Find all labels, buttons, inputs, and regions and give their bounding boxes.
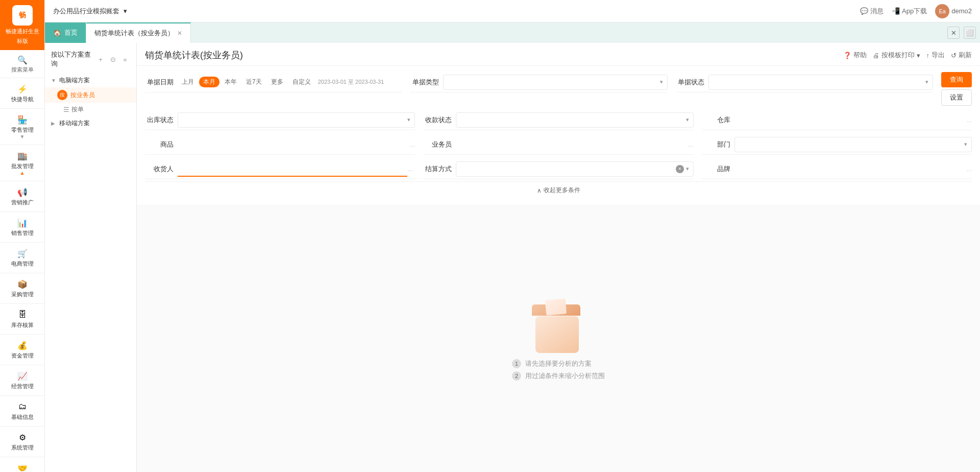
sidebar-item-inventory[interactable]: 🗄 库存核算 [0,304,44,335]
right-panel: 销货单统计表(按业务员) ❓ 帮助 🖨 按模板打印 ▾ ↑ 导出 [137,43,980,472]
date-range-text: 2023-03-01 至 2023-03-31 [318,78,384,86]
sidebar-search[interactable]: 🔍 搜索菜单 [0,50,44,78]
app-download-label: App下载 [902,7,927,16]
sidebar-item-purchase[interactable]: 📦 采购管理 [0,273,44,304]
template-print-btn[interactable]: 🖨 按模板打印 ▾ [873,51,920,60]
user-profile-btn[interactable]: Ea demo2 [935,4,972,18]
logo-text: 畅捷通好生意 [6,28,39,35]
sidebar-item-base[interactable]: 🗂 基础信息 [0,396,44,427]
date-tab-7days[interactable]: 近7天 [242,77,266,87]
date-tab-this-month[interactable]: 本月 [199,77,219,87]
tree-expand-arrow: ▼ [51,78,57,83]
consignee-input[interactable] [178,161,407,177]
settings-btn[interactable]: 设置 [941,89,972,106]
sidebar-item-marketing[interactable]: 📢 营销推广 [0,181,44,212]
sidebar-item-operations[interactable]: 📈 经营管理 [0,365,44,396]
marketing-icon: 📢 [17,186,28,198]
box-paper [545,298,567,315]
brand-cell: 品牌 ... [702,159,972,179]
doc-status-label: 单据状态 [676,78,704,87]
sidebar-item-quick-nav[interactable]: ⚡ 快捷导航 [0,78,44,109]
payment-status-label: 收款状态 [423,115,452,125]
sidebar-item-sales[interactable]: 📊 销售管理 [0,212,44,243]
tab-maximize-btn[interactable]: ⬜ [964,27,976,39]
tab-sales-stat[interactable]: 销货单统计表（按业务员） ✕ [86,22,191,43]
tree-item-mobile[interactable]: ▶ 移动端方案 [45,116,136,130]
left-panel-actions: + ⊙ « [95,54,130,64]
filter-area: 单据日期 上月 本月 本年 近7天 更多 自定义 2023-03-01 至 20… [137,66,980,205]
doc-status-select[interactable]: ▾ [708,75,933,90]
query-btn[interactable]: 查询 [941,72,972,87]
settlement-clear-btn[interactable]: × [676,165,684,173]
tab-home[interactable]: 🏠 首页 [45,22,86,43]
goods-input[interactable]: ... [178,140,415,148]
scheme-settings-btn[interactable]: ⊙ [108,54,118,64]
payment-status-select[interactable]: ▾ [456,112,693,128]
brand-input[interactable]: ... [734,165,972,173]
tab-sales-stat-label: 销货单统计表（按业务员） [94,29,174,38]
avatar: Ea [935,4,949,18]
date-tab-custom[interactable]: 自定义 [288,77,315,87]
sidebar-item-finance[interactable]: 💰 资金管理 [0,335,44,365]
doc-type-arrow: ▾ [660,79,663,85]
logo-version: 标版 [17,37,28,45]
date-tab-more[interactable]: 更多 [267,77,287,87]
topbar: 办公用品行业模拟账套 ▾ 💬 消息 📲 App下载 Ea demo2 [45,0,980,22]
warehouse-input[interactable]: ... [734,116,972,124]
print-icon: 🖨 [873,52,879,59]
sidebar-item-retail[interactable]: 🏪 零售管理 ▼ [0,109,44,145]
salesperson-input[interactable]: ... [456,140,693,148]
finance-label: 资金管理 [11,352,34,360]
tab-close-btn[interactable]: ✕ [177,30,182,37]
tree-sub-item-by-order[interactable]: ☰ 按单 [45,103,136,116]
page-actions: ❓ 帮助 🖨 按模板打印 ▾ ↑ 导出 ↺ 刷新 [843,51,972,60]
settlement-cell: 结算方式 × ▾ [423,159,693,179]
settlement-select[interactable]: × ▾ [456,161,693,177]
doc-status-arrow: ▾ [925,79,928,85]
app-download-btn[interactable]: 📲 App下载 [892,7,927,16]
department-select[interactable]: ▾ [734,137,972,152]
date-tab-this-year[interactable]: 本年 [220,77,241,87]
sidebar-item-ecommerce[interactable]: 🛒 电商管理 [0,243,44,273]
message-btn[interactable]: 💬 消息 [860,7,884,16]
warehouse-dots: ... [966,116,972,124]
department-cell: 部门 ▾ [702,134,972,155]
tree-child-by-salesperson[interactable]: 按 按业务员 [45,87,136,103]
consignee-dots: ... [407,165,413,173]
goods-label: 商品 [145,140,174,149]
empty-step2: 2 用过滤条件来缩小分析范围 [512,371,605,381]
left-panel-title: 按以下方案查询 [51,50,92,68]
out-status-select[interactable]: ▾ [178,112,415,128]
step2-text: 用过滤条件来缩小分析范围 [525,371,605,381]
help-btn[interactable]: ❓ 帮助 [843,51,867,60]
tab-close-all-btn[interactable]: ✕ [947,27,960,39]
sidebar-item-collab[interactable]: 🤝 企业协同 [0,457,44,472]
out-status-cell: 出库状态 ▾ [145,110,415,130]
search-label: 搜索菜单 [11,66,34,74]
date-tab-last-month[interactable]: 上月 [178,77,198,87]
tree-item-pc[interactable]: ▼ 电脑端方案 [45,74,136,87]
department-label: 部门 [702,140,730,149]
topbar-left: 办公用品行业模拟账套 ▾ [53,7,127,16]
sidebar-logo[interactable]: 畅 畅捷通好生意 标版 [0,0,44,50]
workspace-dropdown[interactable]: ▾ [124,7,127,15]
refresh-btn[interactable]: ↺ 刷新 [951,51,972,60]
export-btn[interactable]: ↑ 导出 [926,51,945,60]
add-scheme-btn[interactable]: + [95,54,106,64]
workspace-title: 办公用品行业模拟账套 [53,7,119,16]
salesperson-label: 业务员 [423,140,452,149]
step1-text: 请先选择要分析的方案 [525,359,592,368]
tabbar-actions: ✕ ⬜ [947,27,980,39]
collapse-panel-btn[interactable]: « [120,54,130,64]
goods-cell: 商品 ... [145,134,415,155]
quick-nav-icon: ⚡ [17,83,28,95]
print-dropdown-arrow: ▾ [917,52,920,59]
sidebar-item-system[interactable]: ⚙ 系统管理 [0,427,44,457]
export-icon: ↑ [926,52,930,59]
collapse-filters-btn[interactable]: ∧ 收起更多条件 [537,186,580,195]
user-label: demo2 [951,7,972,15]
sidebar-item-wholesale[interactable]: 🏬 批发管理 ▲ [0,145,44,181]
empty-state: 1 请先选择要分析的方案 2 用过滤条件来缩小分析范围 [512,297,605,381]
doc-type-select[interactable]: ▾ [443,75,668,90]
system-icon: ⚙ [17,432,28,443]
